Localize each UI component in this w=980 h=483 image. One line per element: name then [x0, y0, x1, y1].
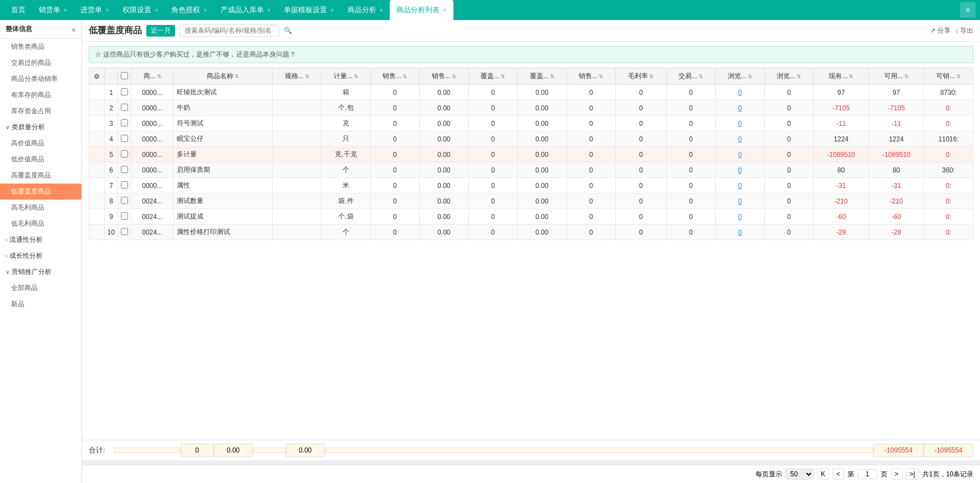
row-checkbox[interactable] [118, 100, 131, 116]
col-sales-qty[interactable]: 销售...⇅ [370, 68, 419, 85]
row-browse1[interactable]: 0 [716, 147, 764, 162]
share-button[interactable]: ↗ 分享 [930, 26, 951, 35]
sidebar-item-stocked-goods[interactable]: 有库存的商品 [0, 87, 81, 103]
horizontal-scrollbar[interactable] [82, 460, 980, 465]
row-checkbox[interactable] [118, 131, 131, 147]
sidebar-item-low-coverage[interactable]: 低覆盖度商品 [0, 184, 81, 200]
sidebar-item-sales-goods[interactable]: 销售类商品 [0, 39, 81, 55]
last-page-button[interactable]: >| [906, 469, 919, 480]
row-checkbox[interactable] [118, 194, 131, 209]
nav-tab-analysis-close[interactable]: × [380, 0, 383, 20]
nav-tab-roles-close[interactable]: × [203, 0, 207, 20]
search-input[interactable] [180, 24, 279, 37]
col-unit[interactable]: 计量...⇅ [321, 68, 370, 85]
sidebar-group-growth[interactable]: › 成长性分析 [0, 248, 81, 264]
row-checkbox[interactable] [118, 225, 131, 240]
row-trans: 0 [666, 147, 715, 162]
sidebar-collapse-button[interactable]: « [72, 25, 76, 34]
export-button[interactable]: ↓ 导出 [955, 26, 973, 35]
sidebar-item-new-goods[interactable]: 新品 [0, 296, 81, 312]
row-checkbox[interactable] [118, 178, 131, 194]
col-browse1[interactable]: 浏览...⇅ [716, 68, 764, 85]
row-checkbox[interactable] [118, 147, 131, 162]
settings-icon[interactable]: ⚙ [94, 73, 100, 80]
first-page-button[interactable]: K [817, 469, 829, 480]
footer-cell-empty2 [253, 448, 286, 453]
col-code[interactable]: 商...⇅ [131, 68, 173, 85]
sidebar-group-circulation[interactable]: › 流通性分析 [0, 232, 81, 248]
row-checkbox[interactable] [118, 116, 131, 131]
prev-page-button[interactable]: < [833, 469, 844, 480]
table-row: 2 0000... 牛奶 个,包 0 0.00 0 0.00 0 0 0 0 0… [89, 100, 973, 116]
nav-tab-sales[interactable]: 销货单 × [32, 0, 74, 20]
row-browse1[interactable]: 0 [716, 225, 764, 240]
col-name[interactable]: 商品名称⇅ [173, 68, 273, 85]
nav-tab-home[interactable]: 首页 [4, 0, 32, 20]
row-browse1[interactable]: 0 [716, 131, 764, 147]
row-checkbox[interactable] [118, 162, 131, 178]
row-checkbox[interactable] [118, 85, 131, 100]
row-browse1[interactable]: 0 [716, 209, 764, 225]
row-sales-qty: 0 [370, 209, 419, 225]
row-browse1[interactable]: 0 [716, 116, 764, 131]
sidebar-item-all-goods[interactable]: 全部商品 [0, 280, 81, 296]
row-browse1[interactable]: 0 [716, 178, 764, 194]
sidebar-item-high-coverage[interactable]: 高覆盖度商品 [0, 167, 81, 184]
col-sales-amt[interactable]: 销售...⇅ [420, 68, 468, 85]
col-cov1[interactable]: 覆盖...⇅ [468, 68, 517, 85]
nav-tab-analysis-list[interactable]: 商品分析列表 × [390, 0, 453, 20]
nav-tab-permissions[interactable]: 权限设置 × [116, 0, 165, 20]
row-checkbox[interactable] [118, 209, 131, 225]
col-spec[interactable]: 规格...⇅ [272, 68, 321, 85]
col-cov2[interactable]: 覆盖...⇅ [518, 68, 566, 85]
col-sellable[interactable]: 可销...⇅ [924, 68, 973, 85]
col-available[interactable]: 可用...⇅ [869, 68, 924, 85]
sidebar-item-high-value[interactable]: 高价值商品 [0, 135, 81, 151]
sidebar-group-marketing[interactable]: ∨ 营销推广分析 [0, 264, 81, 280]
col-gross[interactable]: 毛利率⇅ [615, 68, 666, 85]
nav-tab-warehouse[interactable]: 产成品入库单 × [214, 0, 277, 20]
col-browse2[interactable]: 浏览...⇅ [764, 68, 813, 85]
row-sellable: 0: [924, 147, 973, 162]
nav-tab-permissions-close[interactable]: × [155, 0, 158, 20]
nav-tab-roles[interactable]: 角色授权 × [165, 0, 213, 20]
sidebar-item-low-value[interactable]: 低价值商品 [0, 151, 81, 167]
footer-cell-coverage: 0.00 [286, 444, 325, 457]
row-browse1[interactable]: 0 [716, 100, 764, 116]
search-icon[interactable]: 🔍 [284, 27, 292, 34]
close-all-tabs-button[interactable]: × [960, 2, 976, 18]
row-browse1[interactable]: 0 [716, 162, 764, 178]
sidebar-item-traded-goods[interactable]: 交易过的商品 [0, 55, 81, 71]
col-sales-n[interactable]: 销售...⇅ [566, 68, 615, 85]
nav-tab-template-close[interactable]: × [330, 0, 334, 20]
sidebar-item-low-profit[interactable]: 低毛利商品 [0, 216, 81, 232]
row-settings [89, 147, 105, 162]
col-check[interactable] [118, 68, 131, 85]
col-current[interactable]: 现有...⇅ [814, 68, 869, 85]
page-input[interactable] [858, 469, 877, 479]
row-current: -31 [814, 178, 869, 194]
row-browse1[interactable]: 0 [716, 85, 764, 100]
row-browse1[interactable]: 0 [716, 194, 764, 209]
nav-tab-template[interactable]: 单据模板设置 × [277, 0, 340, 20]
row-spec [272, 131, 321, 147]
sidebar-item-high-profit[interactable]: 高毛利商品 [0, 200, 81, 216]
nav-tab-purchase-close[interactable]: × [105, 0, 109, 20]
nav-tab-analysis[interactable]: 商品分析 × [341, 0, 390, 20]
sidebar-item-stock-capital[interactable]: 库存资金占用 [0, 103, 81, 119]
nav-tab-purchase[interactable]: 进货单 × [74, 0, 115, 20]
row-num: 5 [105, 147, 118, 162]
data-table: ⚙ 商...⇅ 商品名称⇅ 规格...⇅ 计量...⇅ 销售...⇅ 销售...… [89, 68, 973, 240]
sidebar-item-category-rate[interactable]: 商品分类动销率 [0, 71, 81, 87]
date-filter-button[interactable]: 近一月 [146, 25, 175, 37]
col-trans[interactable]: 交易...⇅ [666, 68, 715, 85]
nav-tab-warehouse-close[interactable]: × [267, 0, 270, 20]
row-trans: 0 [666, 100, 715, 116]
nav-tab-sales-close[interactable]: × [64, 0, 67, 20]
row-code: 0000... [131, 178, 173, 194]
page-size-select[interactable]: 50 20 100 200 [785, 469, 814, 480]
sidebar-group-cluster[interactable]: ∨ 类群量分析 [0, 119, 81, 135]
nav-tab-analysis-list-close[interactable]: × [443, 0, 446, 20]
next-page-button[interactable]: > [891, 469, 902, 480]
col-settings[interactable]: ⚙ [89, 68, 105, 85]
